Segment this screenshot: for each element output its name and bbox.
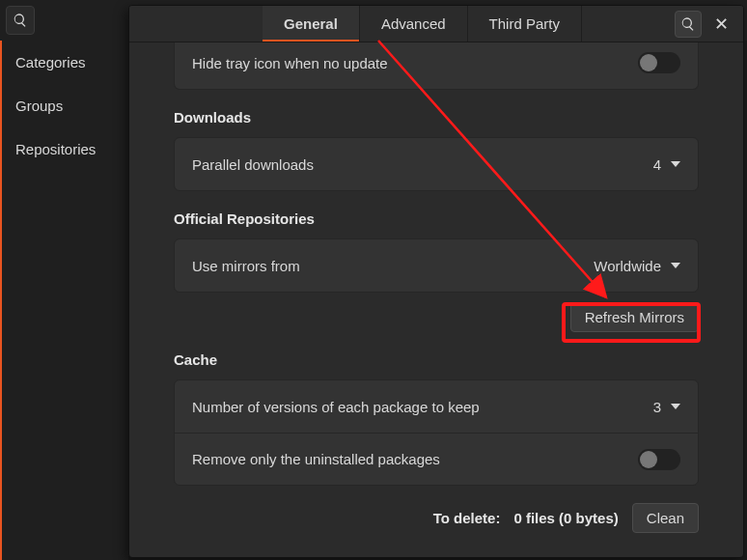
section-title-downloads: Downloads: [174, 109, 699, 126]
tab-advanced[interactable]: Advanced: [360, 6, 468, 42]
search-icon: [680, 16, 696, 32]
parallel-downloads-dropdown[interactable]: 4: [653, 156, 680, 173]
repos-card: Use mirrors from Worldwide: [174, 238, 699, 293]
section-title-cache: Cache: [174, 351, 699, 368]
row-label: Number of versions of each package to ke…: [192, 399, 480, 415]
toggle-hide-tray[interactable]: [638, 52, 680, 73]
cache-card: Number of versions of each package to ke…: [174, 379, 699, 486]
dialog-search-button[interactable]: [675, 11, 702, 38]
tab-third-party[interactable]: Third Party: [468, 6, 582, 42]
dialog-body: Hide tray icon when no update Downloads …: [129, 42, 743, 557]
sidebar-item-label: Repositories: [15, 141, 96, 157]
app-sidebar: Categories Groups Repositories: [0, 41, 128, 560]
close-icon: ✕: [714, 14, 729, 35]
preferences-dialog: General Advanced Third Party ✕ Hide tray…: [128, 5, 744, 558]
row-label: Remove only the uninstalled packages: [192, 451, 440, 467]
row-label: Use mirrors from: [192, 258, 300, 274]
versions-dropdown[interactable]: 3: [653, 399, 680, 415]
sidebar-item-label: Categories: [15, 54, 86, 70]
sidebar-item-label: Groups: [15, 98, 63, 114]
chevron-down-icon: [671, 263, 680, 268]
dialog-close-button[interactable]: ✕: [707, 11, 734, 38]
dropdown-value: 3: [653, 399, 661, 415]
refresh-mirrors-button[interactable]: Refresh Mirrors: [570, 302, 699, 332]
chevron-down-icon: [671, 404, 680, 409]
sidebar-item-categories[interactable]: Categories: [2, 41, 128, 84]
section-title-repos: Official Repositories: [174, 210, 699, 227]
row-label: Parallel downloads: [192, 156, 314, 173]
tab-label: Third Party: [489, 15, 560, 32]
footer-label: To delete:: [433, 510, 501, 526]
tab-general[interactable]: General: [263, 6, 360, 42]
row-remove-uninstalled: Remove only the uninstalled packages: [175, 433, 698, 485]
sidebar-item-groups[interactable]: Groups: [2, 84, 128, 127]
tab-label: Advanced: [381, 15, 446, 32]
toggle-remove-uninstalled[interactable]: [638, 449, 680, 470]
dropdown-value: Worldwide: [594, 258, 661, 274]
general-card-partial: Hide tray icon when no update: [174, 42, 699, 90]
search-icon: [13, 13, 28, 28]
app-search-button[interactable]: [6, 6, 35, 35]
cache-footer: To delete: 0 files (0 bytes) Clean: [174, 503, 699, 533]
row-parallel-downloads[interactable]: Parallel downloads 4: [175, 138, 698, 190]
dialog-header: General Advanced Third Party ✕: [129, 6, 743, 42]
footer-value: 0 files (0 bytes): [513, 510, 618, 526]
row-mirrors-from[interactable]: Use mirrors from Worldwide: [175, 239, 698, 292]
tab-label: General: [284, 15, 338, 32]
sidebar-item-repositories[interactable]: Repositories: [2, 127, 128, 171]
dropdown-value: 4: [653, 156, 661, 173]
row-versions-keep[interactable]: Number of versions of each package to ke…: [175, 380, 698, 433]
row-hide-tray: Hide tray icon when no update: [175, 42, 698, 89]
mirrors-dropdown[interactable]: Worldwide: [594, 258, 680, 274]
clean-button[interactable]: Clean: [632, 503, 699, 533]
chevron-down-icon: [671, 161, 680, 167]
downloads-card: Parallel downloads 4: [174, 137, 699, 191]
row-label: Hide tray icon when no update: [192, 55, 388, 71]
